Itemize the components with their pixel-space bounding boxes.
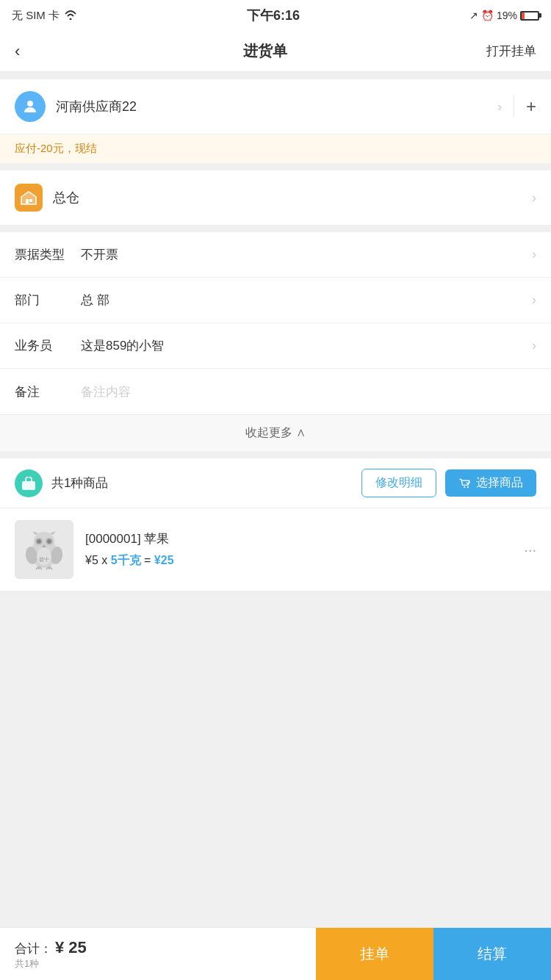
invoice-chevron-icon: › <box>532 247 536 262</box>
svg-rect-1 <box>26 199 29 203</box>
open-hang-button[interactable]: 打开挂单 <box>486 43 536 60</box>
note-label: 备注 <box>15 383 81 400</box>
edit-detail-button[interactable]: 修改明细 <box>361 469 436 497</box>
product-header: 共1种商品 修改明细 选择商品 <box>0 458 551 508</box>
invoice-type-value: 不开票 <box>81 246 532 263</box>
select-goods-label: 选择商品 <box>476 475 523 491</box>
gap-1 <box>0 72 551 79</box>
wifi-icon <box>64 10 77 22</box>
product-icon <box>15 469 43 497</box>
supplier-row[interactable]: 河南供应商22 › + <box>0 79 551 134</box>
dept-label: 部门 <box>15 292 81 309</box>
dept-row[interactable]: 部门 总 部 › <box>0 278 551 323</box>
svg-rect-2 <box>29 199 32 202</box>
product-code: [0000001] <box>85 532 144 546</box>
product-price: ¥5 x 5千克 = ¥25 <box>85 553 512 569</box>
product-count: 共1种商品 <box>51 475 353 491</box>
salesperson-chevron-icon: › <box>532 338 536 353</box>
total-amount: ¥ 25 <box>55 938 87 957</box>
svg-point-0 <box>27 101 33 107</box>
status-time: 下午6:16 <box>247 7 300 24</box>
form-section: 票据类型 不开票 › 部门 总 部 › 业务员 这是859的小智 › 备注 备注… <box>0 232 551 414</box>
bottom-gap <box>0 591 551 605</box>
status-left: 无 SIM 卡 <box>12 9 77 23</box>
svg-point-4 <box>464 486 465 487</box>
back-button[interactable]: ‹ <box>15 42 44 61</box>
product-title: 苹果 <box>144 532 169 546</box>
product-info: [0000001] 苹果 ¥5 x 5千克 = ¥25 <box>85 530 512 569</box>
total-area: 合计： ¥ 25 共1种 <box>0 928 316 980</box>
battery-percent: 19% <box>497 10 517 21</box>
warehouse-section: 总仓 › <box>0 170 551 225</box>
svg-rect-3 <box>22 481 35 490</box>
vertical-divider <box>514 96 514 118</box>
info-banner: 应付-20元，现结 <box>0 134 551 163</box>
total-label: 合计： <box>15 940 52 957</box>
warehouse-chevron-icon: › <box>532 190 536 206</box>
select-goods-button[interactable]: 选择商品 <box>445 469 536 497</box>
warehouse-icon <box>15 184 43 212</box>
collapse-more-button[interactable]: 收起更多 ∧ <box>0 414 551 451</box>
note-placeholder: 备注内容 <box>81 383 536 400</box>
warehouse-row[interactable]: 总仓 › <box>0 170 551 225</box>
supplier-section: 河南供应商22 › + 应付-20元，现结 <box>0 79 551 163</box>
note-row[interactable]: 备注 备注内容 <box>0 369 551 414</box>
price-qty: 5千克 <box>111 554 141 566</box>
product-item: 碧十 [0000001] 苹果 ¥5 x 5千克 = ¥25 ··· <box>0 508 551 591</box>
checkout-button[interactable]: 结算 <box>433 928 551 980</box>
product-section: 共1种商品 修改明细 选择商品 <box>0 458 551 591</box>
add-supplier-button[interactable]: + <box>526 96 536 117</box>
product-name: [0000001] 苹果 <box>85 530 512 547</box>
supplier-chevron-icon: › <box>497 99 502 115</box>
supplier-name: 河南供应商22 <box>56 98 497 115</box>
battery-icon <box>520 11 539 21</box>
invoice-type-label: 票据类型 <box>15 246 81 263</box>
invoice-type-row[interactable]: 票据类型 不开票 › <box>0 232 551 278</box>
warehouse-name: 总仓 <box>53 189 532 206</box>
price-total: ¥25 <box>154 554 174 566</box>
supplier-avatar <box>15 91 46 122</box>
alarm-icon: ⏰ <box>481 10 494 21</box>
price-base: ¥5 x <box>85 554 111 566</box>
page-title: 进货单 <box>243 41 287 61</box>
carrier-label: 无 SIM 卡 <box>12 9 60 23</box>
hang-button[interactable]: 挂单 <box>316 928 433 980</box>
bottom-bar: 合计： ¥ 25 共1种 挂单 结算 <box>0 927 551 980</box>
salesperson-value: 这是859的小智 <box>81 337 532 354</box>
product-more-button[interactable]: ··· <box>524 541 536 558</box>
status-right: ↗ ⏰ 19% <box>469 10 539 21</box>
salesperson-label: 业务员 <box>15 337 81 354</box>
total-count: 共1种 <box>15 957 301 970</box>
svg-point-5 <box>467 486 469 487</box>
dept-value: 总 部 <box>81 292 532 309</box>
salesperson-row[interactable]: 业务员 这是859的小智 › <box>0 323 551 369</box>
gap-3 <box>0 225 551 232</box>
svg-point-10 <box>37 539 41 544</box>
svg-text:碧十: 碧十 <box>39 557 49 562</box>
total-row: 合计： ¥ 25 <box>15 938 301 957</box>
price-eq: = <box>141 554 154 566</box>
nav-bar: ‹ 进货单 打开挂单 <box>0 31 551 72</box>
gap-2 <box>0 163 551 170</box>
product-thumbnail: 碧十 <box>15 520 73 579</box>
svg-point-17 <box>37 547 51 565</box>
gap-4 <box>0 451 551 458</box>
status-bar: 无 SIM 卡 下午6:16 ↗ ⏰ 19% <box>0 0 551 31</box>
location-icon: ↗ <box>469 10 478 21</box>
dept-chevron-icon: › <box>532 292 536 308</box>
svg-point-11 <box>47 539 51 544</box>
